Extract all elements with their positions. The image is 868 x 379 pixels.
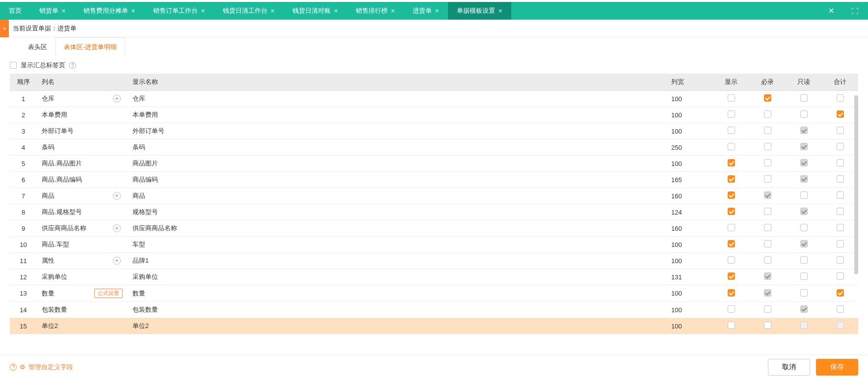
table-row[interactable]: 3外部订单号外部订单号100 [10, 123, 858, 139]
checkbox[interactable] [728, 322, 735, 329]
table-row[interactable]: 11属性+品牌1100 [10, 253, 858, 269]
checkbox[interactable] [800, 191, 808, 199]
expand-icon[interactable]: + [113, 192, 121, 200]
expand-icon[interactable]: + [113, 257, 121, 265]
checkbox[interactable] [837, 175, 844, 183]
tab-钱货日清对账[interactable]: 钱货日清对账✕ [284, 2, 347, 20]
checkbox[interactable] [837, 240, 844, 247]
checkbox[interactable] [728, 191, 735, 199]
checkbox[interactable] [728, 110, 735, 118]
tab-单据模板设置[interactable]: 单据模板设置✕ [448, 2, 511, 20]
close-all-icon[interactable]: ✕ [822, 2, 841, 20]
tab-close-icon[interactable]: ✕ [201, 8, 205, 14]
checkbox[interactable] [728, 289, 735, 297]
tab-close-icon[interactable]: ✕ [391, 8, 395, 14]
table-row[interactable]: 12采购单位采购单位131 [10, 269, 858, 285]
checkbox[interactable] [837, 159, 844, 166]
table-row[interactable]: 8商品.规格型号规格型号124 [10, 204, 858, 220]
cell-display-name[interactable]: 数量 [128, 285, 666, 302]
checkbox[interactable] [728, 94, 735, 102]
formula-button[interactable]: 公式设置 [94, 289, 123, 298]
table-row[interactable]: 7商品+商品160 [10, 188, 858, 204]
checkbox[interactable] [837, 110, 844, 118]
checkbox[interactable] [728, 159, 735, 166]
checkbox[interactable] [837, 208, 844, 215]
tab-close-icon[interactable]: ✕ [498, 8, 502, 14]
cell-width[interactable]: 100 [666, 123, 713, 139]
table-row[interactable]: 14包装数量包装数量100 [10, 302, 858, 318]
checkbox[interactable] [728, 127, 735, 134]
checkbox[interactable] [764, 127, 771, 134]
cell-display-name[interactable]: 商品编码 [128, 172, 666, 188]
cell-width[interactable]: 160 [666, 220, 713, 237]
table-row[interactable]: 1仓库+仓库100 [10, 91, 858, 107]
cell-width[interactable]: 100 [666, 285, 713, 302]
tab-钱货日清工作台[interactable]: 钱货日清工作台✕ [214, 2, 284, 20]
cell-display-name[interactable]: 商品图片 [128, 156, 666, 172]
checkbox[interactable] [837, 127, 844, 134]
cell-display-name[interactable]: 规格型号 [128, 204, 666, 220]
cell-display-name[interactable]: 本单费用 [128, 107, 666, 123]
checkbox[interactable] [800, 224, 808, 231]
cell-width[interactable]: 100 [666, 91, 713, 107]
cancel-button[interactable]: 取消 [768, 359, 810, 362]
checkbox[interactable] [764, 110, 771, 118]
cell-width[interactable]: 165 [666, 172, 713, 188]
table-row[interactable]: 4条码条码250 [10, 139, 858, 156]
checkbox[interactable] [728, 305, 735, 313]
collapse-toggle-icon[interactable]: » [0, 20, 9, 37]
table-row[interactable]: 9供应商商品名称+供应商商品名称160 [10, 220, 858, 237]
cell-display-name[interactable]: 商品 [128, 188, 666, 204]
checkbox[interactable] [728, 256, 735, 264]
tab-close-icon[interactable]: ✕ [61, 8, 66, 14]
checkbox[interactable] [837, 224, 844, 231]
cell-display-name[interactable]: 条码 [128, 139, 666, 156]
checkbox[interactable] [837, 289, 844, 297]
checkbox[interactable] [764, 208, 771, 215]
cell-width[interactable]: 131 [666, 269, 713, 285]
checkbox[interactable] [837, 305, 844, 313]
cell-width[interactable]: 250 [666, 139, 713, 156]
cell-display-name[interactable]: 外部订单号 [128, 123, 666, 139]
tab-close-icon[interactable]: ✕ [131, 8, 135, 14]
expand-icon[interactable]: + [113, 224, 121, 232]
cell-width[interactable]: 100 [666, 237, 713, 253]
cell-display-name[interactable]: 包装数量 [128, 302, 666, 318]
table-row[interactable]: 5商品.商品图片商品图片100 [10, 156, 858, 172]
checkbox[interactable] [728, 272, 735, 280]
cell-width[interactable]: 100 [666, 302, 713, 318]
table-row[interactable]: 13数量公式设置数量100 [10, 285, 858, 302]
table-row[interactable]: 15单位2单位2100 [10, 318, 858, 334]
cell-width[interactable]: 160 [666, 188, 713, 204]
checkbox[interactable] [837, 256, 844, 264]
tab-close-icon[interactable]: ✕ [334, 8, 338, 14]
sub-tab[interactable]: 表头区 [20, 37, 55, 56]
checkbox[interactable] [764, 240, 771, 247]
checkbox[interactable] [800, 110, 808, 118]
tab-进货单[interactable]: 进货单✕ [404, 2, 448, 20]
vertical-scrollbar[interactable] [854, 95, 858, 352]
tab-销货单[interactable]: 销货单✕ [30, 2, 75, 20]
checkbox[interactable] [837, 272, 844, 280]
cell-display-name[interactable]: 品牌1 [128, 253, 666, 269]
checkbox[interactable] [764, 175, 771, 183]
summary-checkbox[interactable] [10, 62, 17, 69]
expand-icon[interactable]: + [113, 95, 121, 103]
checkbox[interactable] [800, 256, 808, 264]
checkbox[interactable] [728, 224, 735, 231]
cell-width[interactable]: 100 [666, 107, 713, 123]
tab-close-icon[interactable]: ✕ [435, 8, 439, 14]
checkbox[interactable] [728, 208, 735, 215]
tab-销售费用分摊单[interactable]: 销售费用分摊单✕ [75, 2, 144, 20]
checkbox[interactable] [764, 159, 771, 166]
cell-width[interactable]: 100 [666, 253, 713, 269]
tab-销售排行榜[interactable]: 销售排行榜✕ [347, 2, 404, 20]
tab-首页[interactable]: 首页 [0, 2, 30, 20]
cell-width[interactable]: 100 [666, 318, 713, 334]
checkbox[interactable] [837, 191, 844, 199]
checkbox[interactable] [800, 289, 808, 297]
checkbox[interactable] [764, 143, 771, 150]
checkbox[interactable] [800, 272, 808, 280]
checkbox[interactable] [764, 305, 771, 313]
cell-width[interactable]: 124 [666, 204, 713, 220]
